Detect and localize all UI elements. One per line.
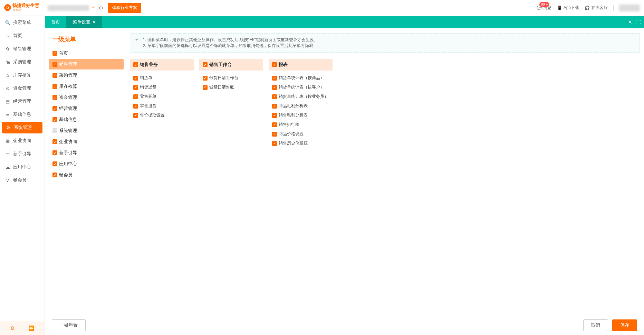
tab-menu-settings[interactable]: 菜单设置 ✕	[66, 16, 102, 28]
column-header[interactable]: ✓销售业务	[130, 59, 194, 71]
column-item[interactable]: ✓零售退货	[131, 101, 192, 111]
level1-item-9[interactable]: ✓新手引导	[49, 148, 124, 158]
column-item[interactable]: ✓销货单统计表（按商品）	[270, 73, 331, 83]
column-item-label: 商品价格设置	[279, 131, 304, 137]
column-item[interactable]: ✓销货单统计表（按业务员）	[270, 92, 331, 101]
messages-link[interactable]: 💬 99 + 消息	[537, 5, 551, 11]
notice-line-2: 菜单字段前面的复选框可以设置是否隐藏此菜单，如果取消勾选，保存设置后此菜单将隐藏…	[147, 43, 318, 49]
checkbox-icon[interactable]: ✓	[272, 85, 277, 90]
sidebar-item-1[interactable]: ⌂首页	[0, 29, 45, 42]
checkbox-icon[interactable]: ✓	[52, 117, 57, 122]
app-icon: ☁	[5, 164, 10, 170]
checkbox-icon[interactable]: ✓	[52, 84, 57, 89]
column-item[interactable]: ✓钱货日清工作台	[201, 73, 262, 83]
checkbox-icon[interactable]: ✓	[272, 132, 277, 137]
checkbox-icon[interactable]: ✓	[133, 113, 138, 118]
settings-gear-icon[interactable]: ⚙	[99, 5, 103, 11]
checkbox-icon[interactable]: ✓	[133, 62, 138, 67]
app-download-link[interactable]: 📱 App下载	[557, 5, 579, 11]
tab-home[interactable]: 首页	[45, 16, 66, 28]
sidebar-item-5[interactable]: ⊙资金管理	[0, 82, 45, 95]
checkbox-icon[interactable]: ✓	[52, 161, 57, 166]
sidebar-item-3[interactable]: 🛍采购管理	[0, 55, 45, 68]
user-avatar-blurred[interactable]	[619, 4, 640, 11]
checkbox-icon[interactable]: ✓	[52, 62, 57, 67]
checkbox-icon[interactable]: ✓	[272, 62, 277, 67]
level1-item-11[interactable]: ✓畅会员	[49, 170, 124, 180]
level1-item-6[interactable]: ✓基础信息	[49, 114, 124, 125]
column-item[interactable]: ✓零售开单	[131, 92, 192, 101]
checkbox-icon[interactable]: ✓	[133, 94, 138, 99]
sidebar-item-8[interactable]: ⚙系统管理	[2, 122, 42, 133]
checkbox-icon[interactable]: ✓	[133, 104, 138, 109]
checkbox-icon[interactable]: ✓	[203, 76, 208, 81]
sidebar-item-label: 系统管理	[14, 124, 32, 131]
level1-item-2[interactable]: ✓采购管理	[49, 70, 124, 81]
checkbox-icon[interactable]: ✓	[133, 85, 138, 90]
column-header[interactable]: ✓销售工作台	[199, 59, 263, 71]
checkbox-icon[interactable]: ✓	[203, 85, 208, 90]
level1-item-0[interactable]: ✓首页	[49, 48, 124, 58]
sidebar-item-7[interactable]: ≣基础信息	[0, 108, 45, 121]
column-item[interactable]: ✓销货单统计表（按客户）	[270, 83, 331, 92]
column-item[interactable]: ✓销售历史价跟踪	[270, 139, 331, 148]
sidebar-item-2[interactable]: ✿销售管理	[0, 42, 45, 55]
column-item[interactable]: ✓钱货日清对账	[201, 83, 262, 92]
checkbox-icon[interactable]: ✓	[52, 73, 57, 78]
settings-icon[interactable]: ⚙	[10, 325, 15, 331]
online-service-link[interactable]: 🎧 在线客服	[585, 5, 608, 11]
level1-item-3[interactable]: ✓库存核算	[49, 81, 124, 92]
column-header[interactable]: ✓报表	[269, 59, 333, 71]
checkbox-icon[interactable]: ✓	[272, 141, 277, 146]
checkbox-icon[interactable]: ✓	[272, 76, 277, 81]
column-item[interactable]: ✓商品价格设置	[270, 129, 331, 139]
company-selector[interactable]: ﹀	[48, 5, 95, 11]
level1-item-1[interactable]: ✓销售管理	[49, 59, 124, 69]
logo-text: 畅捷通好生意	[12, 3, 39, 8]
sidebar-item-12[interactable]: V畅会员	[0, 174, 45, 187]
column-item[interactable]: ✓销货退货	[131, 83, 192, 92]
sidebar: 🔍搜索菜单⌂首页✿销售管理🛍采购管理⌂库存核算⊙资金管理▤经营管理≣基础信息⚙系…	[0, 16, 45, 335]
sidebar-item-9[interactable]: ▦企业协同	[0, 134, 45, 147]
level1-item-label: 库存核算	[59, 83, 77, 90]
sidebar-item-10[interactable]: ▭新手引导	[0, 147, 45, 160]
checkbox-icon[interactable]: ✓	[52, 173, 57, 177]
checkbox-icon[interactable]: ✓	[272, 122, 277, 127]
column-item[interactable]: ✓售价提取设置	[131, 111, 192, 120]
box-icon: ⌂	[5, 72, 10, 78]
sidebar-item-11[interactable]: ☁应用中心	[0, 160, 45, 174]
checkbox-icon[interactable]: ✓	[52, 128, 57, 133]
sidebar-item-label: 企业协同	[13, 138, 31, 144]
fullscreen-icon[interactable]: ⛶	[636, 19, 641, 25]
reset-button[interactable]: 一键重置	[52, 319, 86, 331]
checkbox-icon[interactable]: ✓	[52, 150, 57, 155]
tab-close-icon[interactable]: ✕	[93, 20, 96, 25]
checkbox-icon[interactable]: ✓	[52, 106, 57, 111]
sidebar-item-4[interactable]: ⌂库存核算	[0, 68, 45, 82]
level1-item-5[interactable]: ✓经营管理	[49, 103, 124, 114]
column-item[interactable]: ✓销售排行榜	[270, 120, 331, 129]
column-item[interactable]: ✓商品毛利分析表	[270, 101, 331, 111]
close-all-icon[interactable]: ✕	[628, 19, 632, 25]
level1-item-7[interactable]: ✓系统管理	[49, 125, 124, 136]
checkbox-icon[interactable]: ✓	[203, 62, 208, 67]
sidebar-item-6[interactable]: ▤经营管理	[0, 95, 45, 108]
sidebar-item-0[interactable]: 🔍搜索菜单	[0, 16, 45, 29]
column-item[interactable]: ✓销货单	[131, 73, 192, 83]
save-button[interactable]: 保存	[612, 319, 637, 331]
industry-plan-button[interactable]: 体验行业方案	[108, 3, 141, 13]
cancel-button[interactable]: 取消	[583, 319, 608, 331]
checkbox-icon[interactable]: ✓	[52, 51, 57, 56]
level1-item-8[interactable]: ✓企业协同	[49, 137, 124, 147]
checkbox-icon[interactable]: ✓	[52, 139, 57, 144]
collapse-icon[interactable]: ⏩	[28, 325, 34, 331]
checkbox-icon[interactable]: ✓	[52, 95, 57, 100]
checkbox-icon[interactable]: ✓	[272, 104, 277, 109]
checkbox-icon[interactable]: ✓	[272, 94, 277, 99]
level1-item-4[interactable]: ✓资金管理	[49, 92, 124, 103]
level1-item-10[interactable]: ✓应用中心	[49, 159, 124, 169]
checkbox-icon[interactable]: ✓	[272, 113, 277, 118]
column-item[interactable]: ✓销售毛利分析表	[270, 111, 331, 120]
checkbox-icon[interactable]: ✓	[133, 76, 138, 81]
chevron-down-icon: ﹀	[91, 5, 95, 11]
